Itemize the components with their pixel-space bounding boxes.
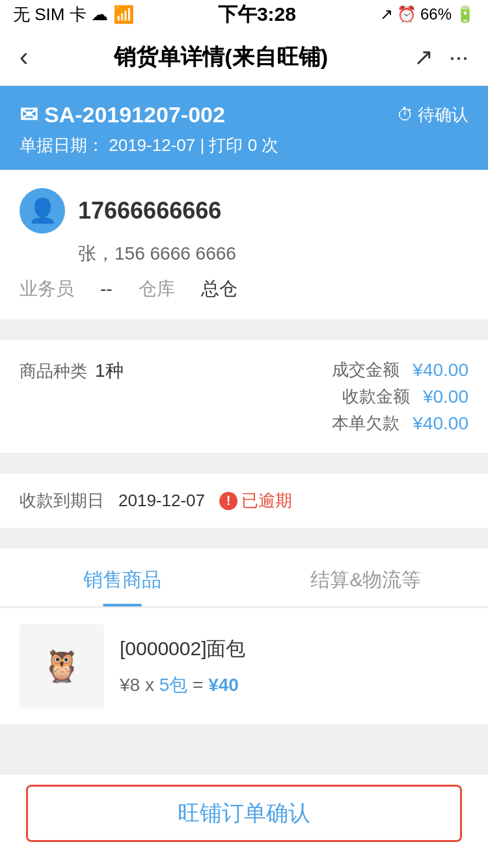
product-type-section: 商品种类 1种 <box>20 359 332 383</box>
amount-value: ¥40.00 <box>413 360 468 381</box>
product-name: [0000002]面包 <box>120 636 468 662</box>
customer-info-row: 业务员 -- 仓库 总仓 <box>20 277 468 301</box>
product-qty: 5包 <box>159 675 188 695</box>
overdue-dot-icon: ! <box>219 492 237 510</box>
tab-sales-products[interactable]: 销售商品 <box>0 549 244 606</box>
customer-phone: 17666666666 <box>78 197 221 224</box>
debt-label: 本单欠款 <box>332 412 400 435</box>
order-header: ✉ SA-20191207-002 ⏱ 待确认 单据日期： 2019-12-07… <box>0 86 488 170</box>
order-id: ✉ SA-20191207-002 <box>20 102 225 128</box>
product-logo-icon: 🦉 <box>42 648 81 685</box>
received-row: 收款金额 ¥0.00 <box>342 385 468 408</box>
product-thumbnail: 🦉 <box>20 624 104 709</box>
divider-2 <box>0 463 488 474</box>
sim-label: 无 SIM 卡 ☁ <box>13 3 108 26</box>
duedate-value: 2019-12-07 <box>118 491 205 511</box>
debt-row: 本单欠款 ¥40.00 <box>332 412 468 435</box>
nav-bar: ‹ 销货单详情(来自旺铺) ↗ ··· <box>0 29 488 86</box>
overdue-badge: ! 已逾期 <box>219 489 292 512</box>
clock-icon: ⏱ <box>397 105 414 125</box>
bottom-action-bar: 旺铺订单确认 <box>0 774 488 868</box>
warehouse-value: 总仓 <box>201 277 237 301</box>
status-bar-right: ↗ ⏰ 66% 🔋 <box>380 5 475 23</box>
product-equals: = <box>193 675 208 695</box>
product-type-value: 1种 <box>95 359 124 383</box>
more-button[interactable]: ··· <box>449 44 468 71</box>
inbox-icon: ✉ <box>20 102 38 128</box>
received-label: 收款金额 <box>342 385 410 408</box>
debt-value: ¥40.00 <box>413 413 468 434</box>
page-title: 销货单详情(来自旺铺) <box>114 42 328 72</box>
tabs-bar: 销售商品 结算&物流等 <box>0 549 488 607</box>
salesman-value: -- <box>100 278 113 299</box>
overdue-text: 已逾期 <box>241 489 292 512</box>
order-status: ⏱ 待确认 <box>397 103 468 126</box>
wangpu-confirm-button[interactable]: 旺铺订单确认 <box>26 785 462 842</box>
amount-label: 成交金额 <box>332 359 400 381</box>
nav-actions: ↗ ··· <box>414 44 468 71</box>
amount-row: 成交金额 ¥40.00 <box>332 359 468 381</box>
divider-1 <box>0 330 488 340</box>
amounts-section: 成交金额 ¥40.00 收款金额 ¥0.00 本单欠款 ¥40.00 <box>332 359 468 435</box>
battery-icon: 🔋 <box>455 5 475 23</box>
alarm-icon: ⏰ <box>397 5 416 23</box>
customer-avatar: 👤 <box>20 188 65 234</box>
product-type-label: 商品种类 <box>20 360 87 383</box>
product-price-row: ¥8 x 5包 = ¥40 <box>120 673 468 698</box>
duedate-label: 收款到期日 <box>20 489 104 512</box>
status-bar-left: 无 SIM 卡 ☁ 📶 <box>13 3 134 26</box>
product-price: ¥8 x <box>120 675 159 695</box>
avatar-icon: 👤 <box>28 197 57 224</box>
summary-card: 商品种类 1种 成交金额 ¥40.00 收款金额 ¥0.00 本单欠款 ¥40.… <box>0 340 488 453</box>
received-value: ¥0.00 <box>423 387 468 407</box>
warehouse-label: 仓库 <box>139 277 175 301</box>
divider-3 <box>0 538 488 549</box>
status-bar-time: 下午3:28 <box>218 1 296 28</box>
share-button[interactable]: ↗ <box>414 44 433 71</box>
status-bar: 无 SIM 卡 ☁ 📶 下午3:28 ↗ ⏰ 66% 🔋 <box>0 0 488 29</box>
customer-card: 👤 17666666666 张，156 6666 6666 业务员 -- 仓库 … <box>0 170 488 319</box>
wifi-icon: 📶 <box>113 5 134 25</box>
tab-settlement[interactable]: 结算&物流等 <box>244 549 488 606</box>
duedate-card: 收款到期日 2019-12-07 ! 已逾期 <box>0 474 488 528</box>
back-button[interactable]: ‹ <box>20 42 28 72</box>
battery-label: 66% <box>420 5 452 23</box>
product-info: [0000002]面包 ¥8 x 5包 = ¥40 <box>120 636 468 698</box>
salesman-label: 业务员 <box>20 277 74 301</box>
location-icon: ↗ <box>380 5 393 23</box>
product-card: 🦉 [0000002]面包 ¥8 x 5包 = ¥40 <box>0 608 488 724</box>
product-total: ¥40 <box>208 675 239 695</box>
customer-name: 张，156 6666 6666 <box>78 241 468 266</box>
order-date: 单据日期： 2019-12-07 | 打印 0 次 <box>20 134 468 157</box>
